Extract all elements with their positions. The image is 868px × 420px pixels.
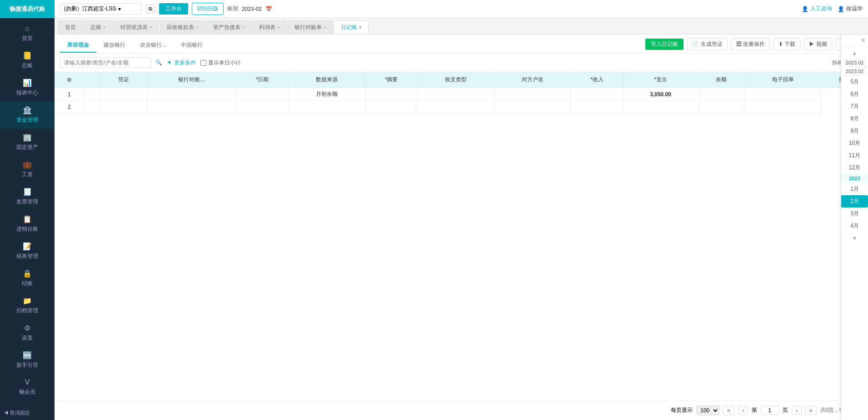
reports-icon: 📊 (23, 79, 32, 87)
cell-source-1 (236, 101, 289, 114)
calendar-month-3月[interactable]: 3月 (841, 208, 868, 220)
tab-close-journal[interactable]: × (359, 25, 362, 30)
sidebar-item-archive[interactable]: 📁归档管理 (0, 292, 55, 319)
sidebar-label-home: 首页 (22, 35, 33, 42)
calendar-month-6月[interactable]: 6月 (841, 88, 868, 100)
cell-expense-1 (571, 101, 623, 114)
user-info[interactable]: 👤 徐温华 (838, 5, 863, 13)
calendar-month-9月[interactable]: 9月 (841, 125, 868, 137)
batch-op-button[interactable]: ☰ 批量操作 (731, 38, 770, 50)
sidebar-item-assets_mgr[interactable]: 🏦资金管理 (0, 101, 55, 128)
sidebar-item-closing[interactable]: 🔒结账 (0, 265, 55, 292)
tab-label-bizstatus: 经营状况表 (120, 24, 148, 31)
sidebar: 畅捷通易代账 ⌂首页📒总账📊报表中心🏦资金管理🏢固定资产💼工资🧾发票管理📋进销台… (0, 0, 55, 420)
tab-close-receivable[interactable]: × (196, 25, 199, 30)
tab-label-assets: 资产负债表 (213, 24, 240, 31)
calendar-month-1月[interactable]: 1月 (841, 183, 868, 195)
calendar-month-12月[interactable]: 12月 (841, 162, 868, 174)
sidebar-label-closing: 结账 (22, 280, 33, 287)
sub-tab-ccb[interactable]: 建设银行 (96, 39, 133, 53)
workbench-button[interactable]: 工作台 (159, 3, 188, 15)
more-conditions-button[interactable]: ▼ 更多条件 (167, 59, 196, 67)
company-name: (勿删）江西超宝-LSS (64, 5, 116, 13)
th-check[interactable] (84, 72, 100, 88)
calendar-year-entry[interactable]: 2023.02 (841, 67, 868, 76)
sidebar-label-assets_mgr: 资金管理 (16, 116, 38, 124)
tab-close-bankreconcile[interactable]: × (324, 25, 326, 30)
calendar-month-2月[interactable]: 2月 (841, 195, 868, 208)
calendar-scroll-down[interactable]: ▼ (841, 232, 868, 244)
toolbar-actions: 导入日记账📄 生成凭证☰ 批量操作⬇ 下载▶ 视频↻ 刷新 (645, 38, 863, 53)
tab-close-ledger[interactable]: × (103, 25, 106, 30)
calendar-close-button[interactable]: × (861, 36, 865, 44)
calendar-month-4月[interactable]: 4月 (841, 220, 868, 232)
sub-tab-abc[interactable]: 农业银行... (133, 39, 174, 53)
sidebar-item-reports[interactable]: 📊报表中心 (0, 74, 55, 101)
cell-summary-0: 月初余额 (289, 88, 365, 101)
sidebar-item-ledger[interactable]: 📒总账 (0, 47, 55, 74)
search-icon[interactable]: 🔍 (155, 59, 162, 66)
sub-tab-cash[interactable]: 库存现金 (60, 39, 96, 53)
cell-income-0 (494, 88, 571, 101)
tab-assets[interactable]: 资产负债表× (206, 20, 252, 34)
download-button[interactable]: ⬇ 下载 (773, 38, 800, 50)
sidebar-item-tax[interactable]: 📝税务管理 (0, 237, 55, 265)
first-page-button[interactable]: « (723, 406, 734, 415)
tab-bizstatus[interactable]: 经营状况表× (114, 20, 159, 34)
guide-icon: 🆕 (23, 351, 32, 360)
last-page-button[interactable]: » (805, 406, 817, 415)
tab-ledger[interactable]: 总账× (84, 20, 113, 34)
cell-flow_type-0 (365, 88, 417, 101)
calendar-month-7月[interactable]: 7月 (841, 100, 868, 113)
cell-action-1[interactable] (744, 101, 821, 114)
page-label: 第 (752, 406, 757, 414)
tab-home[interactable]: 首页 (58, 20, 83, 34)
sidebar-footer[interactable]: ◀ 取消固定 (0, 406, 55, 420)
calendar-icon[interactable]: 📅 (265, 6, 272, 12)
sidebar-item-home[interactable]: ⌂首页 (0, 20, 55, 47)
tab-close-bizstatus[interactable]: × (150, 25, 152, 30)
period-value[interactable]: 2023-02 (242, 6, 262, 12)
sidebar-item-settings[interactable]: ⚙设置 (0, 319, 55, 346)
tab-close-assets[interactable]: × (242, 25, 245, 30)
prev-page-button[interactable]: ‹ (738, 406, 748, 415)
switch-version-button[interactable]: 切到旧版 (192, 3, 224, 15)
calendar-month-10月[interactable]: 10月 (841, 137, 868, 149)
table-row: 2 (55, 101, 868, 114)
generate-voucher-button[interactable]: 📄 生成凭证 (687, 38, 727, 50)
calendar-year-2023: 2023 (841, 174, 868, 183)
search-input[interactable] (60, 57, 151, 68)
sub-tab-boc[interactable]: 中国银行 (174, 39, 210, 53)
sidebar-item-member[interactable]: V畅会员 (0, 374, 55, 400)
tab-bankreconcile[interactable]: 银行对账单× (288, 20, 333, 34)
video-button[interactable]: ▶ 视频 (804, 38, 832, 50)
cell-expense-0 (571, 88, 623, 101)
calendar-month-8月[interactable]: 8月 (841, 113, 868, 125)
calendar-scroll-up[interactable]: ▲ (841, 47, 868, 59)
per-page-select[interactable]: 100 50 200 (696, 405, 719, 415)
show-subtotal-checkbox[interactable]: 显示本日小计 (200, 59, 241, 67)
th-settings[interactable]: ⚙ (55, 72, 84, 88)
company-selector[interactable]: (勿删）江西超宝-LSS ▾ (60, 3, 142, 15)
tab-close-profit[interactable]: × (277, 25, 280, 30)
next-page-button[interactable]: › (792, 406, 802, 415)
sidebar-item-guide[interactable]: 🆕新手引导 (0, 346, 55, 374)
tab-receivable[interactable]: 应收账款表× (160, 20, 205, 34)
sidebar-item-invoice[interactable]: 🧾发票管理 (0, 183, 55, 210)
page-input[interactable] (761, 406, 779, 415)
calendar-year-entry[interactable]: 2023.02 (841, 59, 868, 67)
calendar-month-5月[interactable]: 5月 (841, 76, 868, 88)
service-button[interactable]: 👤 人工咨询 (802, 5, 832, 13)
content-area: 库存现金建设银行农业银行...中国银行导入日记账📄 生成凭证☰ 批量操作⬇ 下载… (55, 35, 868, 420)
cell-action-0[interactable] (744, 88, 821, 101)
tab-profit[interactable]: 利润表× (252, 20, 287, 34)
sidebar-item-salary[interactable]: 💼工资 (0, 156, 55, 183)
sidebar-label-tax: 税务管理 (16, 252, 38, 260)
tab-journal[interactable]: 日记账× (334, 20, 369, 34)
cell-flow_type-1 (365, 101, 417, 114)
sidebar-item-fixed_assets[interactable]: 🏢固定资产 (0, 128, 55, 156)
calendar-month-11月[interactable]: 11月 (841, 149, 868, 162)
copy-button[interactable]: ⧉ (145, 4, 155, 14)
sidebar-item-sales_purchase[interactable]: 📋进销台账 (0, 210, 55, 237)
import-journal-button[interactable]: 导入日记账 (645, 39, 683, 50)
